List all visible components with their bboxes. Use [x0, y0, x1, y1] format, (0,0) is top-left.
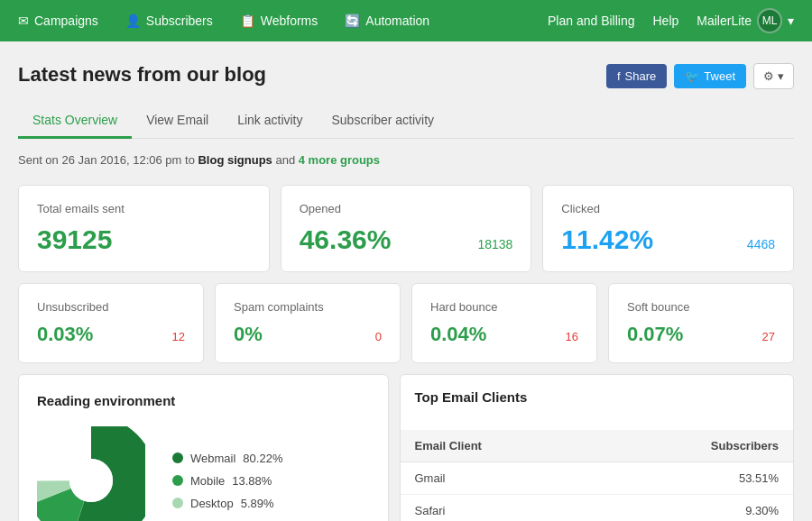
stat-hard-bounce: Hard bounce 0.04% 16 — [411, 283, 597, 363]
nav-left: ✉ Campaigns 👤 Subscribers 📋 Webforms 🔄 A… — [18, 14, 429, 28]
automation-icon: 🔄 — [345, 14, 360, 28]
nav-help[interactable]: Help — [653, 14, 679, 28]
page-header: Latest news from our blog f Share 🐦 Twee… — [18, 63, 794, 89]
tab-view-email[interactable]: View Email — [132, 104, 223, 139]
stat-clicked: Clicked 11.42% 4468 — [542, 185, 794, 272]
subscribers-icon: 👤 — [125, 14, 141, 28]
share-icon: f — [617, 69, 621, 83]
stat-soft-bounce: Soft bounce 0.07% 27 — [608, 283, 794, 363]
more-groups: 4 more groups — [299, 153, 380, 167]
table-row: Safari 9.30% — [401, 495, 794, 522]
nav-right: Plan and Billing Help MailerLite ML ▾ — [548, 8, 794, 33]
sent-group: Blog signups — [198, 153, 272, 167]
stat-unsubscribed: Unsubscribed 0.03% 12 — [18, 283, 204, 363]
client-name: Gmail — [401, 462, 614, 495]
client-pct: 53.51% — [614, 462, 793, 495]
nav-subscribers[interactable]: 👤 Subscribers — [125, 14, 213, 28]
nav-webforms[interactable]: 📋 Webforms — [240, 14, 318, 28]
reading-environment-card: Reading environment Webmail — [18, 374, 389, 521]
legend-mobile: Mobile 13.88% — [172, 474, 282, 488]
sent-info: Sent on 26 Jan 2016, 12:06 pm to Blog si… — [18, 153, 794, 167]
nav-plan-billing[interactable]: Plan and Billing — [548, 14, 635, 28]
unsubscribed-count: 12 — [172, 330, 185, 343]
legend-webmail: Webmail 80.22% — [172, 452, 282, 465]
opened-count: 18138 — [477, 237, 512, 251]
client-name: Safari — [401, 495, 614, 522]
stat-spam-complaints: Spam complaints 0% 0 — [215, 283, 401, 363]
soft-bounce-count: 27 — [762, 330, 775, 343]
pie-area: Webmail 80.22% Mobile 13.88% Desktop 5.8… — [37, 426, 370, 521]
desktop-dot — [172, 498, 183, 508]
tab-stats-overview[interactable]: Stats Overview — [18, 104, 132, 139]
chevron-down-icon: ▾ — [788, 14, 794, 28]
nav-campaigns[interactable]: ✉ Campaigns — [18, 14, 98, 28]
spam-count: 0 — [375, 330, 382, 343]
stats-row-2: Unsubscribed 0.03% 12 Spam complaints 0%… — [18, 283, 794, 363]
email-clients-card: Top Email Clients Email Client Subscribe… — [400, 374, 795, 521]
tab-subscriber-activity[interactable]: Subscriber activity — [318, 104, 449, 139]
legend-desktop: Desktop 5.89% — [172, 497, 282, 510]
clicked-count: 4468 — [747, 237, 775, 251]
main-content: Latest news from our blog f Share 🐦 Twee… — [0, 41, 812, 521]
pie-chart — [37, 426, 145, 521]
stat-total-sent: Total emails sent 39125 — [18, 185, 270, 272]
main-nav: ✉ Campaigns 👤 Subscribers 📋 Webforms 🔄 A… — [0, 0, 812, 41]
bottom-row: Reading environment Webmail — [18, 374, 794, 521]
mobile-dot — [172, 475, 183, 486]
hard-bounce-count: 16 — [566, 330, 578, 343]
col-email-client: Email Client — [401, 430, 614, 462]
page-title: Latest news from our blog — [18, 63, 266, 87]
svg-point-3 — [69, 459, 113, 502]
client-pct: 9.30% — [614, 495, 793, 522]
stat-opened: Opened 46.36% 18138 — [281, 185, 532, 272]
chevron-down-icon: ▾ — [778, 69, 784, 83]
share-button[interactable]: f Share — [606, 64, 667, 88]
webmail-dot — [172, 452, 183, 463]
tweet-button[interactable]: 🐦 Tweet — [674, 64, 746, 88]
mail-icon: ✉ — [18, 14, 29, 28]
header-actions: f Share 🐦 Tweet ⚙ ▾ — [606, 63, 794, 89]
webforms-icon: 📋 — [240, 14, 255, 28]
pie-legend: Webmail 80.22% Mobile 13.88% Desktop 5.8… — [172, 452, 282, 510]
user-menu[interactable]: MailerLite ML ▾ — [697, 8, 794, 33]
tab-link-activity[interactable]: Link activity — [223, 104, 317, 139]
col-subscribers: Subscribers — [614, 430, 793, 462]
tabs-bar: Stats Overview View Email Link activity … — [18, 104, 794, 139]
table-row: Gmail 53.51% — [401, 462, 794, 495]
settings-button[interactable]: ⚙ ▾ — [753, 63, 794, 89]
stats-row-1: Total emails sent 39125 Opened 46.36% 18… — [18, 185, 794, 272]
email-clients-table: Email Client Subscribers Gmail 53.51% Sa… — [401, 430, 794, 521]
twitter-icon: 🐦 — [685, 69, 699, 83]
nav-automation[interactable]: 🔄 Automation — [345, 14, 429, 28]
gear-icon: ⚙ — [763, 69, 774, 83]
user-avatar: ML — [757, 8, 782, 33]
